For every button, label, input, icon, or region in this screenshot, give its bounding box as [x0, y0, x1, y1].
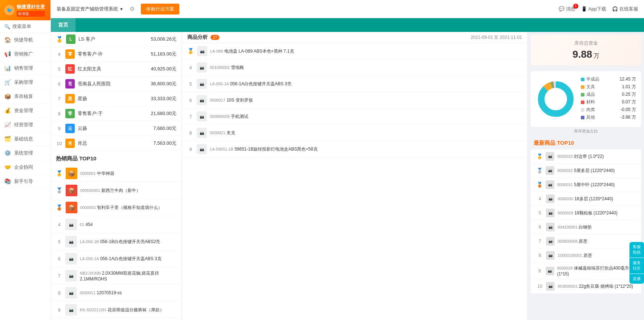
inventory-amount: 9.88 [572, 49, 592, 60]
mid-product-item: 9 📷 LA-59651-1B 59651-1B旋转投影灯电池盒ABS黑色+58… [182, 141, 527, 157]
product-name: 59651-1B旋转投影灯电池盒ABS黑色+58克 [235, 147, 317, 152]
trial-button[interactable]: 体验行业方案 [141, 4, 179, 15]
rank-number: 9 [537, 268, 543, 274]
legend-value: 0.25 万 [622, 91, 636, 98]
mid-product-item: 4 📷 001000002 雪地靴 [182, 60, 527, 76]
product-name: 056-1A白色按键开关盖ABS 3壳 [230, 81, 292, 86]
product-thumbnail: 📷 [65, 304, 77, 316]
legend-item: 材料 0.07 万 [581, 99, 636, 105]
new-product-item: 🥇 📷 0000033 封边带 (1.0*22) [531, 149, 641, 164]
product-name: 雪地靴 [231, 65, 244, 70]
customer-avatar: 星 [65, 94, 75, 103]
rank-number: 5 [56, 66, 62, 72]
inventory-chart-card: 半成品 12.45 万 文具 1.01 万 成品 0.25 万 材料 0.07 … [531, 71, 641, 127]
medal-icon: 🥈 [56, 187, 63, 194]
product-thumbnail: 📷 [197, 128, 207, 138]
rank-number: 10 [537, 284, 543, 289]
product-info: 0000032 5厘多层 (1220*2440) [557, 168, 615, 174]
sidebar-item-enterprise[interactable]: 🤝 企业协同 [0, 160, 50, 175]
mid-products-list: 🥇 📷 LA-089 电池盖 LA-089 ABS本色+黑种 7.1克 4 📷 … [182, 43, 527, 320]
legend-value: 12.45 万 [620, 76, 636, 82]
settings-button[interactable]: ⚙ [127, 4, 137, 14]
finance-icon: 💰 [4, 107, 11, 114]
product-name: 封边带 (1.0*22) [574, 154, 604, 159]
rank-number: 6 [56, 256, 62, 262]
customer-rank-item: 5 红 红太阳文具 40,925.00元 [51, 62, 182, 77]
product-info: 0000011 12070519-xs [80, 290, 176, 295]
legend-color-swatch [581, 78, 584, 81]
rank-number: 6 [537, 225, 543, 230]
product-code: 0000030 [558, 197, 573, 201]
system-name: 装备及固定资产辅助管理系统 [57, 6, 118, 12]
product-info: 003800001 22g鱼豆腐·烧烤味 (1*12*20) [558, 283, 633, 290]
product-info: 0000028 体械嘉枝味苏打饮品400毫升 (1*15) [557, 265, 635, 276]
app-download-button[interactable]: 📱 App下载 [581, 6, 606, 12]
sidebar-item-shortcuts[interactable]: 🏠 快捷导航 [0, 33, 50, 47]
customer-name: 红太阳文具 [78, 66, 148, 72]
product-info: 000800005 手机测试 [210, 114, 522, 120]
customer-name: 零售客户·许 [78, 51, 148, 57]
sidebar-item-purchase[interactable]: 🛒 采购管理 [0, 75, 50, 90]
legend-item: 肉类 -0.05 万 [581, 107, 636, 113]
product-name: 10S 变刹罗扳 [227, 98, 253, 103]
customer-name: 肖总 [78, 140, 150, 147]
product-code: LA-056-1A [80, 257, 99, 261]
product-name: 5厘中纤 (1220*2440) [574, 182, 615, 187]
product-thumbnail: 📦 [66, 185, 77, 196]
system-selector[interactable]: 装备及固定资产辅助管理系统 ▼ [57, 6, 123, 12]
live-button[interactable]: 直播 [629, 274, 644, 284]
product-code: LA-089 [210, 49, 223, 53]
product-name: 智利车子里（规格不知道填什么） [97, 205, 162, 210]
new-product-item: 🥈 📷 0000032 5厘多层 (1220*2440) [531, 164, 641, 178]
product-thumbnail: 📦 [66, 202, 77, 213]
logo-text: 畅捷通好生意 标准版 [17, 4, 45, 17]
notifications-button[interactable]: 💬 消息 6 [559, 6, 575, 12]
tab-home[interactable]: 首页 [51, 18, 76, 32]
product-name: 手机测试 [231, 114, 248, 119]
online-service-button[interactable]: 🎧 在线客服 [612, 6, 638, 12]
product-info: 0000029 18颗粒板 (1220*2440) [558, 210, 617, 216]
product-thumbnail: 📷 [546, 209, 555, 217]
service-hotline-button[interactable]: 客服 热线 [629, 242, 644, 258]
sidebar-item-inventory[interactable]: 📦 库存核算 [0, 90, 50, 104]
customer-avatar: 零 [65, 49, 75, 59]
product-thumbnail: 📷 [197, 144, 207, 154]
search-menu-button[interactable]: 🔍 搜索菜单 [0, 20, 50, 33]
home-icon: 🏠 [4, 37, 11, 43]
sidebar-item-sales[interactable]: 📊 销售管理 [0, 61, 50, 75]
legend-category-name: 材料 [586, 99, 622, 105]
customer-amount: 7,680.00元 [153, 125, 176, 132]
product-name: 白钢垫 [579, 225, 592, 230]
product-thumbnail: 📷 [546, 223, 555, 231]
customer-avatar: 苍 [65, 79, 75, 89]
purchase-icon: 🛒 [4, 79, 11, 86]
sidebar-item-operations[interactable]: 📈 经营管理 [0, 118, 50, 132]
new-products-list: 🥇 📷 0000033 封边带 (1.0*22) 🥈 📷 0000032 5厘多… [531, 149, 641, 294]
sidebar-item-system[interactable]: ⚙️ 系统管理 [0, 146, 50, 160]
product-info: 0000033 封边带 (1.0*22) [557, 153, 604, 160]
logo-badge: 标准版 [17, 11, 45, 17]
rank-number: 6 [187, 98, 194, 103]
hot-product-item: 6 📷 LA-056-1A 056-1A白色按键开关盖ABS 3克 [51, 250, 182, 267]
medal-icon: 🥉 [56, 204, 63, 211]
product-name: 5厘多层 (1220*2440) [574, 168, 615, 173]
product-thumbnail: 📦 [66, 168, 77, 179]
new-product-item: 9 📷 0000028 体械嘉枝味苏打饮品400毫升 (1*15) [531, 263, 641, 279]
sidebar-item-guide[interactable]: 📚 新手引导 [0, 175, 50, 189]
product-name: 原垄 [583, 253, 592, 258]
new-product-item: 6 📷 004100001 白钢垫 [531, 220, 641, 234]
customer-amount: 7,563.00元 [153, 140, 176, 147]
product-code: 0000011 [80, 291, 95, 295]
product-thumbnail: 📷 [546, 166, 554, 175]
legend-item: 文具 1.01 万 [581, 84, 636, 90]
sidebar-item-finance[interactable]: 💰 资金管理 [0, 104, 50, 118]
hot-product-item: 5 📷 LA-056-1B 056-1B白色按键开关壳ABS2壳 [51, 233, 182, 250]
sidebar-item-marketing[interactable]: 📢 营销推广 [0, 47, 50, 61]
product-name: 花语萌值温分腿裤袜（厚款） [107, 307, 164, 312]
service-community-button[interactable]: 服务 社区 [629, 258, 644, 274]
product-thumbnail: 📷 [546, 152, 554, 161]
product-name: 45# [86, 222, 93, 227]
sidebar-item-basics[interactable]: 🗂️ 基础信息 [0, 132, 50, 146]
hot-product-item: 🥇 📦 0000001 中华神器 [51, 165, 182, 182]
rank-number: 8 [187, 130, 194, 136]
